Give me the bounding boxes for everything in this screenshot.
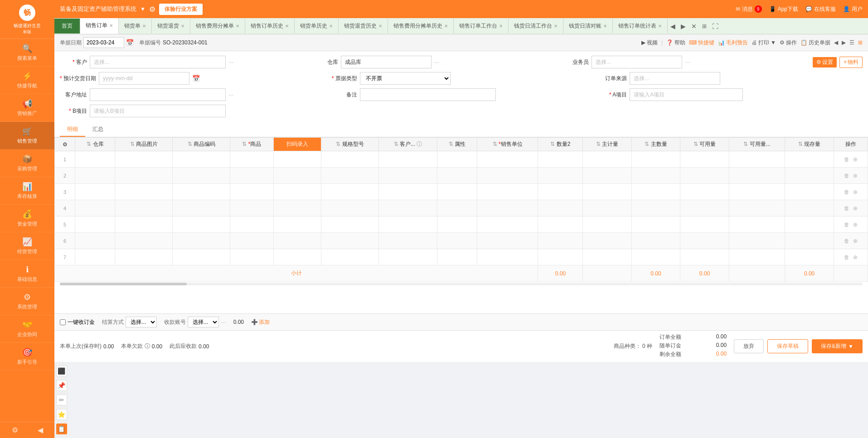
tab-order-workbench[interactable]: 销售订单工作台 ✕: [454, 19, 509, 34]
user-item[interactable]: 👤 用户: [843, 5, 863, 13]
help-action[interactable]: ❓ 帮助: [666, 39, 685, 47]
tab-fee-split[interactable]: 销售费用分摊单 ✕: [190, 19, 245, 34]
col-qty2[interactable]: ⇅ 数量2: [538, 138, 583, 151]
account-ellipsis[interactable]: ···: [221, 318, 226, 326]
sidebar-item-inventory[interactable]: 📊 库存核算: [0, 177, 54, 205]
tab-order-workbench-close[interactable]: ✕: [499, 24, 503, 29]
one-click-checkbox-label[interactable]: 一键收订金: [60, 318, 95, 326]
system-dropdown[interactable]: ▼: [140, 6, 145, 12]
scrollbar-track[interactable]: [60, 283, 863, 285]
tab-menu-btn[interactable]: ✕: [689, 23, 699, 30]
row-copy-3[interactable]: ⊕: [853, 189, 858, 195]
topbar-gear-icon[interactable]: ⚙: [149, 5, 155, 14]
col-warehouse[interactable]: ⇅ 仓库: [75, 138, 115, 151]
col-stock[interactable]: ⇅ 现存量: [785, 138, 834, 151]
toolbar-list-btn[interactable]: ☰: [849, 39, 854, 46]
discard-button[interactable]: 放弃: [734, 339, 764, 353]
tab-sales-invoice-close[interactable]: ✕: [142, 24, 146, 29]
sidebar-item-search[interactable]: 🔍 搜索菜单: [0, 39, 54, 67]
tab-daily-workbench[interactable]: 钱货日清工作台 ✕: [509, 19, 563, 34]
sidebar-item-finance[interactable]: 💰 资金管理: [0, 205, 54, 232]
tab-sales-return[interactable]: 销货退货 ✕: [152, 19, 190, 34]
date-calendar-icon[interactable]: 📅: [126, 39, 134, 46]
col-spec[interactable]: ⇅ 规格型号: [321, 138, 379, 151]
col-image[interactable]: ⇅ 商品图片: [115, 138, 173, 151]
tab-sales-stats-close[interactable]: ✕: [658, 24, 662, 29]
sidebar-item-system[interactable]: ⚙ 系统管理: [0, 288, 54, 315]
row-delete-6[interactable]: 🗑: [844, 238, 849, 244]
sidebar-item-collab[interactable]: 🤝 企业协同: [0, 315, 54, 343]
view-video-action[interactable]: ▶ 视频: [641, 39, 658, 47]
right-panel-icon-4[interactable]: ⭐: [56, 409, 67, 420]
tab-invoice-history[interactable]: 销货单历史 ✕: [295, 19, 339, 34]
settlement-select[interactable]: 选择...: [126, 317, 157, 327]
tab-prev-btn[interactable]: ◀: [668, 23, 678, 30]
tab-sales-invoice[interactable]: 销货单 ✕: [119, 19, 152, 34]
date-input[interactable]: [83, 37, 124, 48]
col-main-qty[interactable]: ⇅ 主数量: [631, 138, 680, 151]
toolbar-prev-btn[interactable]: ◀: [834, 39, 838, 46]
app-download-item[interactable]: 📱 App下载: [769, 5, 798, 13]
shortcut-action[interactable]: ⌨ 快捷键: [689, 39, 714, 47]
tab-sales-order[interactable]: 销售订单 ✕: [80, 18, 119, 34]
toolbar-next-btn[interactable]: ▶: [842, 39, 846, 46]
salesperson-ellipsis[interactable]: ···: [685, 58, 690, 66]
sidebar-item-sales[interactable]: 🛒 销售管理: [0, 122, 54, 149]
one-click-checkbox[interactable]: [60, 319, 66, 325]
save-new-dropdown-icon[interactable]: ▼: [848, 343, 853, 350]
row-copy-4[interactable]: ⊕: [853, 205, 858, 212]
settings-button[interactable]: ⚙ 设置: [813, 57, 837, 67]
save-draft-button[interactable]: 保存草稿: [767, 339, 808, 353]
col-available2[interactable]: ⇅ 可用量...: [729, 138, 785, 151]
row-copy-7[interactable]: ⊕: [853, 254, 858, 260]
tab-return-history-close[interactable]: ✕: [378, 24, 382, 29]
tab-summary[interactable]: 汇总: [85, 123, 111, 137]
row-delete-5[interactable]: 🗑: [844, 221, 849, 228]
tab-fee-history-close[interactable]: ✕: [444, 24, 448, 29]
sidebar-item-guide[interactable]: 🎯 新手引导: [0, 343, 54, 371]
message-item[interactable]: ✉ 消息 9: [736, 5, 762, 13]
row-copy-6[interactable]: ⊕: [853, 238, 858, 244]
salesperson-input[interactable]: [592, 56, 682, 68]
add-button[interactable]: ➕ 添加: [251, 318, 270, 326]
row-delete-7[interactable]: 🗑: [844, 254, 849, 260]
customer-input[interactable]: [90, 56, 226, 68]
tab-sales-order-close[interactable]: ✕: [109, 23, 113, 28]
col-settings[interactable]: ⚙: [55, 138, 75, 151]
sidebar-item-purchase[interactable]: 📦 采购管理: [0, 149, 54, 177]
col-main-unit[interactable]: ⇅ 主计量: [583, 138, 631, 151]
tab-fee-split-close[interactable]: ✕: [236, 24, 239, 29]
warehouse-ellipsis[interactable]: ···: [434, 58, 440, 66]
tab-grid-btn[interactable]: ⊞: [699, 23, 709, 29]
col-sales-unit[interactable]: ⇅ *销售单位: [477, 138, 538, 151]
address-input[interactable]: [90, 88, 226, 101]
a-project-input[interactable]: [630, 88, 743, 101]
delivery-input[interactable]: [99, 72, 189, 85]
tab-daily-workbench-close[interactable]: ✕: [554, 24, 558, 29]
tab-order-history[interactable]: 销售订单历史 ✕: [245, 19, 295, 34]
settings-bottom-icon[interactable]: ⚙: [12, 426, 18, 434]
tab-next-btn[interactable]: ▶: [678, 23, 689, 30]
right-panel-icon-5[interactable]: 📋: [56, 424, 67, 434]
tab-invoice-history-close[interactable]: ✕: [329, 24, 333, 29]
print-action[interactable]: 🖨 打印 ▼: [752, 39, 776, 47]
account-select[interactable]: 选择...: [188, 317, 219, 327]
collapse-icon[interactable]: ◀: [38, 426, 43, 434]
delivery-calendar-icon[interactable]: 📅: [192, 75, 200, 82]
profit-action[interactable]: 📊 毛利预告: [718, 39, 748, 47]
right-panel-icon-1[interactable]: ⬛: [56, 366, 67, 376]
add-material-button[interactable]: + 物料: [839, 57, 863, 68]
sidebar-item-basics[interactable]: ℹ 基础信息: [0, 260, 54, 288]
tab-daily-reconcile[interactable]: 钱货日清对账 ✕: [563, 19, 613, 34]
row-delete-3[interactable]: 🗑: [844, 189, 849, 195]
right-panel-icon-3[interactable]: ✏: [56, 395, 67, 405]
invoice-select[interactable]: 不开票: [360, 72, 451, 85]
print-dropdown-icon[interactable]: ▼: [771, 39, 776, 46]
sidebar-item-operations[interactable]: 📈 经营管理: [0, 232, 54, 260]
customer-ellipsis[interactable]: ···: [228, 58, 234, 66]
warehouse-input[interactable]: [341, 56, 432, 68]
row-copy-1[interactable]: ⊕: [853, 156, 858, 163]
tab-maximize-btn[interactable]: ⛶: [709, 23, 721, 30]
tab-home[interactable]: 首页: [54, 19, 80, 34]
order-source-input[interactable]: [630, 72, 720, 85]
